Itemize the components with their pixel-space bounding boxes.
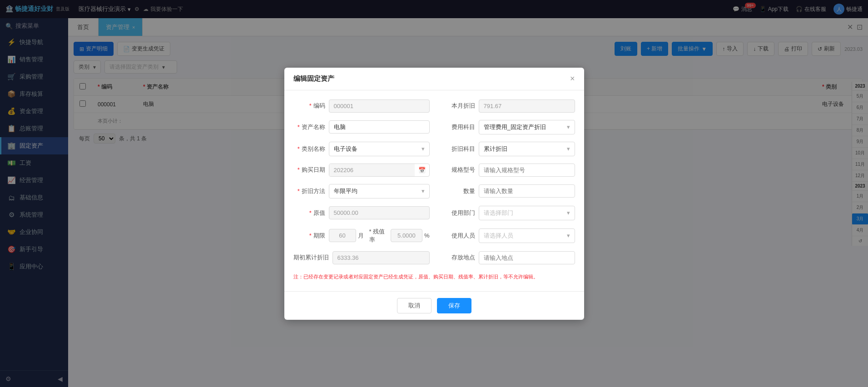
category-label: * 类别名称 (293, 145, 325, 153)
form-group-purchase-date: * 购买日期 📅 (293, 164, 430, 177)
person-placeholder: 请选择人员 (484, 232, 513, 240)
original-value-label-text: 原值 (313, 209, 325, 216)
depreciation-account-value: 累计折旧 (484, 145, 507, 153)
form-group-spec-model: 规格型号 (443, 164, 575, 177)
form-group-category: * 类别名称 电子设备 ▾ (293, 142, 430, 156)
form-group-quantity: 数量 (443, 184, 575, 198)
monthly-depreciation-label: 本月折旧 (443, 102, 475, 110)
modal-footer: 取消 保存 (284, 291, 584, 320)
depreciation-account-select[interactable]: 累计折旧 ▾ (479, 142, 575, 156)
category-label-text: 类别名称 (302, 145, 325, 152)
calendar-icon[interactable]: 📅 (415, 164, 429, 176)
modal-header: 编辑固定资产 × (284, 68, 584, 90)
modal-body: * 编码 本月折旧 * 资产名称 费用科目 (284, 90, 584, 291)
chevron-down-icon: ▾ (567, 145, 570, 152)
depreciation-method-label-text: 折旧方法 (302, 188, 325, 194)
spec-model-label: 规格型号 (443, 166, 475, 174)
asset-name-input[interactable] (329, 120, 430, 134)
chevron-down-icon: ▾ (422, 145, 425, 152)
residual-rate-input[interactable] (391, 229, 422, 242)
depreciation-method-label: * 折旧方法 (293, 187, 325, 195)
dept-select[interactable]: 请选择部门 ▾ (479, 206, 575, 220)
dept-label: 使用部门 (443, 209, 475, 217)
monthly-depreciation-input (479, 99, 575, 113)
modal-title: 编辑固定资产 (293, 74, 334, 83)
form-group-person: 使用人员 请选择人员 ▾ (443, 228, 575, 244)
chevron-down-icon: ▾ (567, 124, 570, 130)
expense-account-label: 费用科目 (443, 123, 475, 131)
dept-placeholder: 请选择部门 (484, 209, 513, 217)
original-value-input[interactable] (329, 206, 430, 219)
period-input[interactable] (329, 229, 356, 242)
form-group-monthly-depreciation: 本月折旧 (443, 99, 575, 113)
edit-fixed-asset-modal: 编辑固定资产 × * 编码 本月折旧 * 资产名称 (284, 68, 584, 320)
form-group-expense-account: 费用科目 管理费用_固定资产折旧 ▾ (443, 120, 575, 134)
form-group-original-value: * 原值 (293, 206, 430, 220)
original-value-label: * 原值 (293, 209, 325, 217)
period-label: * 期限 (293, 232, 325, 240)
chevron-down-icon: ▾ (567, 209, 570, 216)
chevron-down-icon: ▾ (422, 188, 425, 194)
residual-rate-label-text: 残值率 (369, 228, 385, 243)
modal-overlay: 编辑固定资产 × * 编码 本月折旧 * 资产名称 (0, 0, 868, 387)
initial-depreciation-input (332, 251, 430, 264)
expense-account-value: 管理费用_固定资产折旧 (484, 123, 546, 131)
location-input[interactable] (479, 251, 575, 264)
save-button[interactable]: 保存 (437, 298, 471, 313)
form-group-code: * 编码 (293, 99, 430, 113)
purchase-date-input-wrap: 📅 (329, 164, 430, 177)
quantity-label: 数量 (443, 187, 475, 195)
expense-account-select[interactable]: 管理费用_固定资产折旧 ▾ (479, 120, 575, 134)
code-input[interactable] (329, 99, 430, 113)
depreciation-method-select[interactable]: 年限平均 ▾ (329, 184, 430, 198)
period-label-text: 期限 (313, 232, 325, 239)
form-group-depreciation-method: * 折旧方法 年限平均 ▾ (293, 184, 430, 198)
chevron-down-icon: ▾ (567, 232, 570, 239)
form-group-asset-name: * 资产名称 (293, 120, 430, 134)
form-group-depreciation-account: 折旧科目 累计折旧 ▾ (443, 142, 575, 156)
person-select[interactable]: 请选择人员 ▾ (479, 228, 575, 243)
cancel-button[interactable]: 取消 (397, 298, 432, 313)
purchase-date-label-text: 购买日期 (302, 166, 325, 173)
code-label-text: 编码 (313, 102, 325, 109)
residual-rate-label: * 残值率 (369, 228, 389, 244)
initial-depreciation-label: 期初累计折旧 (293, 253, 329, 262)
form-note: 注：已经存在变更记录或者对应固定资产已经生成凭证，原值、购买日期、残值率、累计折… (293, 272, 575, 282)
person-label: 使用人员 (443, 232, 475, 240)
quantity-input[interactable] (479, 184, 575, 198)
form-group-period: * 期限 月 * 残值率 % (293, 228, 430, 244)
category-value: 电子设备 (334, 145, 357, 153)
depreciation-method-value: 年限平均 (334, 187, 357, 195)
asset-name-label-text: 资产名称 (302, 124, 325, 130)
asset-name-label: * 资产名称 (293, 123, 325, 131)
purchase-date-label: * 购买日期 (293, 166, 325, 174)
form-group-location: 存放地点 (443, 251, 575, 264)
code-label: * 编码 (293, 102, 325, 110)
depreciation-account-label: 折旧科目 (443, 145, 475, 153)
form-group-dept: 使用部门 请选择部门 ▾ (443, 206, 575, 220)
period-group: 月 * 残值率 % (329, 228, 430, 244)
location-label: 存放地点 (443, 253, 475, 262)
residual-percent: % (424, 232, 430, 239)
modal-close-btn[interactable]: × (570, 74, 575, 84)
category-select[interactable]: 电子设备 ▾ (329, 142, 430, 156)
form-group-initial-depreciation: 期初累计折旧 (293, 251, 430, 264)
purchase-date-input[interactable] (329, 164, 415, 176)
period-unit: 月 (358, 232, 364, 240)
spec-model-input[interactable] (479, 164, 575, 177)
